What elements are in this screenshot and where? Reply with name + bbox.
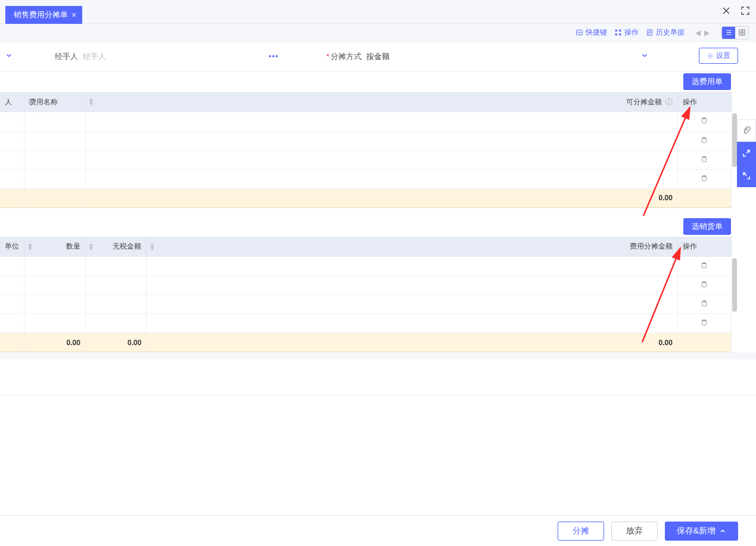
save-label: 保存&新增 [677,526,715,536]
side-buttons [737,119,756,187]
nav-arrows: ◀ ▶ [695,29,710,37]
svg-rect-20 [742,33,745,35]
table-row [0,295,732,314]
svg-rect-22 [702,119,707,123]
col-op: 操作 [683,98,697,106]
tab-title: 销售费用分摊单 [14,10,68,20]
view-list-icon[interactable] [722,27,735,39]
settings-label: 设置 [716,51,730,61]
nav-prev-icon[interactable]: ◀ [695,29,701,37]
col-op: 操作 [683,242,697,250]
trash-icon[interactable] [700,155,708,163]
section-gap [0,352,756,359]
operate-button[interactable]: 操作 [614,27,639,38]
trash-icon[interactable] [700,116,708,125]
svg-rect-7 [619,30,621,32]
method-select[interactable]: 按金额 [366,51,545,62]
svg-rect-27 [702,138,707,142]
svg-rect-17 [739,30,741,32]
sort-icon[interactable]: ▲▼ [88,242,94,250]
scrollbar[interactable] [732,258,737,312]
help-icon[interactable]: ⓘ [665,98,673,106]
shortcut-button[interactable]: 快捷键 [575,27,607,38]
svg-point-21 [709,55,711,57]
shortcut-label: 快捷键 [586,27,607,38]
sort-icon[interactable]: ▲▼ [149,242,155,250]
svg-rect-47 [702,283,707,287]
svg-rect-8 [615,33,617,35]
sort-icon[interactable]: ▲▼ [27,242,33,250]
form-row: 经手人 经手人 ••• *分摊方式 按金额 设置 [0,42,756,72]
svg-rect-6 [615,30,617,32]
trash-icon[interactable] [700,174,708,182]
scrollbar[interactable] [732,113,737,167]
tab-close-icon[interactable]: × [71,11,76,19]
sum-qty: 0.00 [67,339,80,347]
notes-area [0,359,756,395]
col-allocatable: 可分摊金额 [626,98,662,106]
table-row [0,112,732,131]
expense-table: 人 ▲▼费用名称 ▲▼可分摊金额 ⓘ 操作 0.00 [0,92,756,208]
gear-icon [707,52,714,60]
method-chevron-down-icon[interactable] [640,51,649,61]
trash-icon[interactable] [700,280,708,288]
col-expense-name: 费用名称 [29,98,58,106]
trash-icon[interactable] [700,136,708,144]
sum-allocatable: 0.00 [658,194,672,202]
save-new-button[interactable]: 保存&新增 [665,522,738,541]
handler-field: 经手人 经手人 ••• [55,51,279,62]
toolbar: 快捷键 操作 历史单据 ◀ ▶ [0,24,756,42]
col-person: 人 [5,98,12,106]
settings-button[interactable]: 设置 [699,48,738,64]
col-notax: 无税金额 [113,242,141,250]
table-row [0,150,732,169]
table-row [0,131,732,150]
footer: 分摊 放弃 保存&新增 [0,515,756,546]
handler-label: 经手人 [55,51,78,62]
svg-rect-52 [702,302,707,306]
select-sales-button[interactable]: 选销货单 [683,218,731,235]
fullscreen-icon[interactable] [739,5,751,17]
sum-row: 0.000.000.00 [0,333,732,352]
history-button[interactable]: 历史单据 [646,27,685,38]
table-row [0,257,732,276]
sort-icon[interactable]: ▲▼ [27,97,33,106]
operate-label: 操作 [624,27,639,38]
allocate-button[interactable]: 分摊 [558,522,604,541]
svg-rect-19 [739,33,741,35]
trash-icon[interactable] [700,261,708,269]
method-field: *分摊方式 按金额 [326,51,545,62]
table-row [0,276,732,295]
tab-sales-expense-allocation[interactable]: 销售费用分摊单 × [5,6,82,24]
sales-table: 单位 ▲▼数量 ▲▼无税金额 ▲▼费用分摊金额 操作 0.000.000.00 [0,237,756,353]
window-close-icon[interactable] [720,5,732,17]
expand-in-icon[interactable] [737,165,756,187]
svg-rect-9 [619,33,621,35]
method-label: 分摊方式 [331,52,362,61]
chevron-down-icon[interactable] [5,51,13,61]
svg-rect-18 [742,30,745,32]
table-row [0,169,732,188]
handler-input[interactable]: 经手人 [83,51,262,62]
svg-rect-57 [702,321,707,325]
table-row [0,314,732,333]
svg-rect-32 [702,157,707,162]
view-toggle [721,26,749,39]
trash-icon[interactable] [700,318,708,327]
col-qty: 数量 [66,242,80,250]
nav-next-icon[interactable]: ▶ [704,29,710,37]
svg-rect-37 [702,176,707,181]
select-expense-button[interactable]: 选费用单 [683,73,731,90]
sum-notax: 0.00 [127,339,141,347]
view-card-icon[interactable] [735,27,748,39]
chevron-up-icon [719,528,726,535]
sum-row: 0.00 [0,188,732,207]
attachment-icon[interactable] [737,119,756,142]
sort-icon[interactable]: ▲▼ [88,97,94,106]
expand-out-icon[interactable] [737,142,756,165]
trash-icon[interactable] [700,299,708,308]
sum-alloc: 0.00 [658,339,672,347]
discard-button[interactable]: 放弃 [611,522,658,541]
handler-more-icon[interactable]: ••• [269,52,279,61]
history-label: 历史单据 [656,27,685,38]
